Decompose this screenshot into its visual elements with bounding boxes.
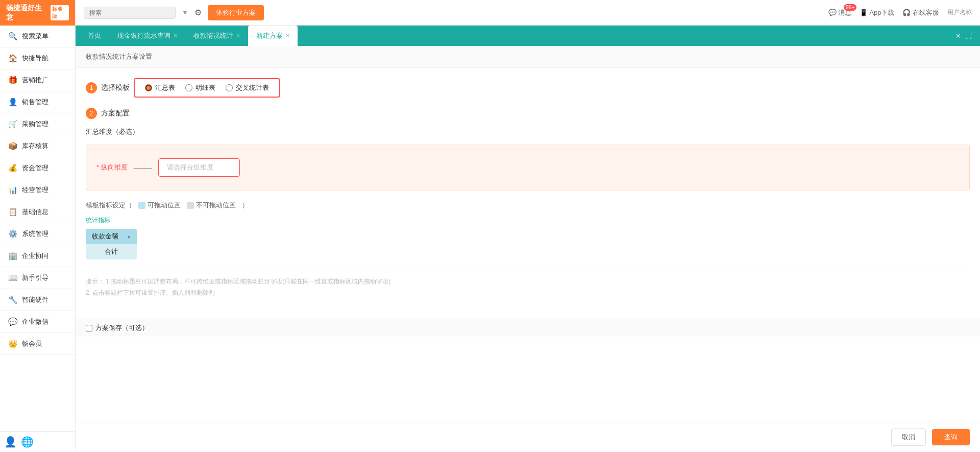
sidebar-icon-wechat: 💬 [8,317,18,326]
radio-summary[interactable]: 汇总表 [145,83,175,92]
draggable-dot [138,202,145,209]
sidebar-label-search-menu: 搜索菜单 [22,32,48,41]
tab-close-new-plan[interactable]: × [286,32,289,39]
sidebar-label-purchase: 采购管理 [22,120,48,129]
legend-draggable: 可拖动位置 [138,201,181,210]
save-checkbox[interactable] [86,325,92,331]
sidebar-label-marketing: 营销推广 [22,76,48,85]
sidebar-icon-guide: 📖 [8,273,18,282]
radio-summary-input[interactable] [145,84,152,91]
sidebar-item-basic-info[interactable]: 📋基础信息 [0,201,75,223]
stats-label: 统计指标 [86,216,970,225]
sidebar: 畅捷通好生意 标准版 🔍搜索菜单🏠快捷导航🎁营销推广👤销售管理🛒采购管理📦库存核… [0,0,76,452]
save-option[interactable]: 方案保存（可选） [86,323,149,332]
tab-label-cash-bank: 现金银行流水查询 [117,31,170,40]
sidebar-label-guide: 新手引导 [22,273,48,282]
tab-close-collection-stats[interactable]: × [236,32,240,39]
vertical-dimension-label: * 纵向维度 [96,163,128,172]
tab-home[interactable]: 首页 [80,26,109,46]
card-body-text: 合计 [105,248,118,255]
tab-cash-bank[interactable]: 现金银行流水查询× [109,26,185,46]
sidebar-icon-quick-nav: 🏠 [8,54,18,63]
sidebar-label-inventory: 库存核算 [22,141,48,151]
sidebar-item-inventory[interactable]: 📦库存核算 [0,135,75,157]
radio-detail[interactable]: 明细表 [185,83,215,92]
tips-line2: 2. 点击标题栏下拉可设置排序、插入列和删除列 [86,288,970,299]
message-badge[interactable]: 💬 消息 99+ [828,8,852,17]
sidebar-icon-member: 👑 [8,339,18,348]
sidebar-label-smart-hw: 智能硬件 [22,295,48,304]
sidebar-item-wechat[interactable]: 💬企业微信 [0,311,75,333]
cancel-button[interactable]: 取消 [891,429,926,446]
dimension-config-title: 汇总维度（必选） [86,127,970,136]
sidebar-item-operations[interactable]: 📊经营管理 [0,179,75,201]
search-input[interactable] [84,7,176,19]
sidebar-icon-search-menu: 🔍 [8,32,18,41]
sidebar-label-sales: 销售管理 [22,98,48,107]
expand-window-icon[interactable]: ⛶ [965,32,972,40]
sidebar-item-enterprise[interactable]: 🏢企业协同 [0,245,75,267]
dimension-row: * 纵向维度 —— 请选择分组维度 [96,158,240,177]
step2-title: 2 方案配置 [86,108,970,119]
step1-section: 1 选择模板 汇总表 明细表 [86,78,970,98]
indicator-section: 模板指标设定（ 可拖动位置 不可拖动位置 ） 统计指标 [86,201,970,259]
sidebar-bottom-icon1[interactable]: 👤 [4,436,17,448]
tab-collection-stats[interactable]: 收款情况统计× [185,26,248,46]
tips-section: 提示： 1.拖动标题栏可以调整布局，不可跨维度或指标区域拖动栏目字段(只能在同一… [86,270,970,298]
dimension-placeholder: 请选择分组维度 [167,163,213,172]
sidebar-logo: 畅捷通好生意 标准版 [0,0,75,26]
sidebar-icon-purchase: 🛒 [8,120,18,129]
radio-cross-label: 交叉统计表 [236,83,269,92]
radio-cross-input[interactable] [226,84,233,91]
indicator-card-header[interactable]: 收款金额 ∨ [86,229,137,244]
sidebar-label-capital: 资金管理 [22,163,48,173]
sidebar-item-marketing[interactable]: 🎁营销推广 [0,69,75,91]
indicator-title-text: 模板指标设定（ [86,201,132,210]
sidebar-label-operations: 经营管理 [22,185,48,195]
tabbar-controls: ✕ ⛶ [955,32,976,40]
dropdown-arrow-icon[interactable]: ▼ [182,9,188,16]
sidebar-icon-enterprise: 🏢 [8,251,18,260]
tab-close-cash-bank[interactable]: × [174,32,177,39]
sidebar-bottom: 👤 🌐 [0,431,75,452]
tab-label-home: 首页 [88,31,101,40]
dimension-select[interactable]: 请选择分组维度 [158,158,240,177]
sidebar-item-guide[interactable]: 📖新手引导 [0,267,75,289]
step2-section: 2 方案配置 汇总维度（必选） * 纵向维度 —— 请选择分组维度 [86,108,970,298]
sidebar-bottom-icon2[interactable]: 🌐 [21,436,34,448]
tabbar: 首页现金银行流水查询×收款情况统计×新建方案× ✕ ⛶ [76,26,980,46]
gear-icon[interactable]: ⚙ [194,8,202,17]
tab-new-plan[interactable]: 新建方案× [248,26,298,46]
sidebar-item-capital[interactable]: 💰资金管理 [0,157,75,179]
step2-label: 方案配置 [101,109,130,118]
sidebar-item-purchase[interactable]: 🛒采购管理 [0,113,75,135]
radio-group-template: 汇总表 明细表 交叉统计表 [145,83,269,92]
sidebar-item-sales[interactable]: 👤销售管理 [0,91,75,113]
trial-button[interactable]: 体验行业方案 [208,5,264,20]
online-service[interactable]: 🎧 在线客服 [902,8,939,17]
app-download[interactable]: 📱 App下载 [860,8,894,17]
indicator-title-row: 模板指标设定（ 可拖动位置 不可拖动位置 ） [86,201,970,210]
bottom-bar: 方案保存（可选） [76,319,980,337]
radio-summary-label: 汇总表 [155,83,175,92]
card-header-text: 收款金额 [92,232,118,241]
sidebar-item-member[interactable]: 👑畅会员 [0,333,75,355]
fixed-label: 不可拖动位置 [196,201,236,210]
main-area: ▼ ⚙ 体验行业方案 💬 消息 99+ 📱 App下载 🎧 在线客服 用户名称 … [76,0,980,452]
query-button[interactable]: 查询 [932,429,970,445]
sidebar-item-smart-hw[interactable]: 🔧智能硬件 [0,289,75,311]
footer-actions: 取消 查询 [76,422,980,452]
sidebar-icon-basic-info: 📋 [8,207,18,217]
page-header: 收款情况统计方案设置 [76,46,980,68]
indicator-card: 收款金额 ∨ 合计 [86,229,137,259]
sidebar-item-quick-nav[interactable]: 🏠快捷导航 [0,47,75,69]
radio-cross[interactable]: 交叉统计表 [226,83,269,92]
close-window-icon[interactable]: ✕ [955,32,961,40]
sidebar-item-search-menu[interactable]: 🔍搜索菜单 [0,26,75,47]
radio-detail-label: 明细表 [195,83,215,92]
step2-number: 2 [86,108,97,119]
sidebar-item-system[interactable]: ⚙️系统管理 [0,223,75,245]
msg-count: 99+ [844,4,856,11]
sidebar-label-member: 畅会员 [22,339,42,348]
radio-detail-input[interactable] [185,84,192,91]
